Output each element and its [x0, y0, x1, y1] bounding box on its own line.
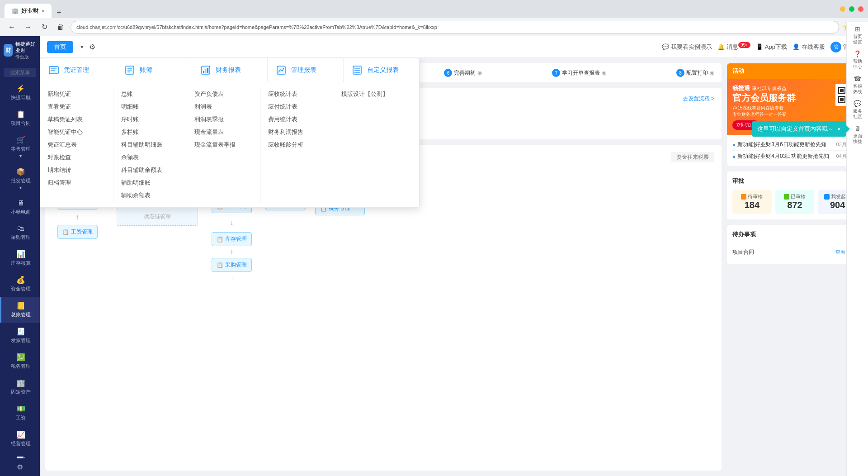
aux-balance-link[interactable]: 辅助余额表: [121, 189, 180, 202]
category-custom-report[interactable]: 自定义报表: [344, 58, 419, 82]
tip-close-btn[interactable]: ×: [837, 125, 841, 133]
delete-button[interactable]: 🗑: [54, 21, 67, 33]
app-download-btn[interactable]: 📱 App下载: [756, 43, 787, 51]
balance-sheet-link[interactable]: 资产负债表: [194, 88, 253, 100]
operations-icon: 📈: [16, 430, 25, 439]
right-sidebar-community[interactable]: 💬 服务社区: [853, 100, 862, 119]
logo-text: 畅捷通好业财: [15, 41, 36, 54]
demo-link[interactable]: 💬 我要看实例演示: [662, 43, 712, 51]
detail-ledger-link[interactable]: 明细账: [121, 100, 180, 113]
approval-done[interactable]: 已审核 872: [775, 190, 815, 214]
sidebar-item-label: 小畅电商: [11, 209, 31, 215]
sidebar-item-payroll[interactable]: 💵 工资: [0, 400, 40, 426]
sidebar-item-retail[interactable]: 🛒 零售管理 ▼: [0, 131, 40, 163]
income-statement-link[interactable]: 利润表: [194, 100, 253, 113]
inventory-purchase-column: 📋 库存管理 ↑ 📋 采购管理 →: [202, 232, 262, 282]
category-voucher[interactable]: 凭证管理: [40, 58, 116, 82]
view-voucher-link[interactable]: 查看凭证: [47, 100, 106, 113]
sequence-ledger-link[interactable]: 序时账: [121, 113, 180, 126]
new-voucher-link[interactable]: 新增凭证: [47, 88, 106, 100]
refresh-button[interactable]: ↻: [38, 21, 51, 33]
back-button[interactable]: ←: [5, 21, 18, 33]
sidebar-item-inventory[interactable]: 📊 库存核算: [0, 245, 40, 271]
right-sidebar-desktop[interactable]: 🖥 桌面快捷: [853, 125, 862, 144]
active-tab[interactable]: 🏢 好业财 ×: [5, 4, 52, 18]
sidebar-item-operations[interactable]: 📈 经营管理: [0, 426, 40, 452]
new-tab-button[interactable]: +: [53, 7, 64, 18]
settings-button[interactable]: ⚙: [89, 43, 95, 51]
general-ledger-link[interactable]: 总账: [121, 88, 180, 100]
archive-link[interactable]: 归档管理: [47, 176, 106, 189]
income-quarterly-link[interactable]: 利润表季报: [194, 113, 253, 126]
multi-col-ledger-link[interactable]: 多栏账: [121, 126, 180, 138]
sidebar-item-tax[interactable]: 💹 税务管理: [0, 348, 40, 374]
window-close[interactable]: [858, 6, 863, 12]
tab-close-btn[interactable]: ×: [42, 8, 44, 14]
purchase-box[interactable]: 📋 采购管理: [212, 258, 252, 272]
service-hotline-label: 客服热线: [853, 84, 862, 95]
voucher-summary-link[interactable]: 凭证汇总表: [47, 138, 106, 151]
aux-detail-link[interactable]: 辅助明细账: [121, 176, 180, 189]
right-sidebar-service[interactable]: ☎ 客服热线: [853, 75, 862, 95]
sidebar-item-fixed-assets[interactable]: 🏢 固定资产: [0, 374, 40, 400]
message-btn[interactable]: 🔔 消息 99+: [717, 43, 750, 51]
home-tab[interactable]: 首页: [47, 41, 73, 53]
approval-pending[interactable]: 待审核 184: [732, 190, 772, 214]
down-arrow-2: ↑: [75, 213, 79, 221]
sidebar-item-invoice[interactable]: 🧾 发票管理: [0, 323, 40, 348]
sidebar-item-wholesale[interactable]: 📦 批发管理 ▼: [0, 163, 40, 195]
category-financial-report[interactable]: 财务报表: [192, 58, 268, 82]
sidebar-item-expense[interactable]: 📝 小畅报销: [0, 452, 40, 458]
cashflow-quarterly-link[interactable]: 现金流量表季报: [194, 138, 253, 151]
forward-button[interactable]: →: [22, 21, 34, 33]
period-closing-link[interactable]: 期末结转: [47, 164, 106, 176]
ar-aging-link[interactable]: 应收账龄分析: [268, 138, 327, 151]
subject-aux-balance-link[interactable]: 科目辅助余额表: [121, 164, 180, 176]
window-maximize[interactable]: [849, 6, 854, 12]
draft-voucher-link[interactable]: 草稿凭证列表: [47, 113, 106, 126]
setup-flow-link[interactable]: 去设置流程 >: [681, 93, 716, 105]
sidebar-item-project-contract[interactable]: 📋 项目合同: [0, 105, 40, 131]
message-icon: 🔔: [717, 43, 725, 50]
right-sidebar-help[interactable]: ❓ 帮助中心: [853, 50, 862, 70]
balance-table-link[interactable]: 余额表: [121, 151, 180, 164]
sidebar-item-capital[interactable]: 💰 资金管理: [0, 271, 40, 297]
sidebar-settings-btn[interactable]: ⚙: [15, 458, 25, 476]
profit-report-link[interactable]: 财务利润报告: [268, 126, 327, 138]
service-btn[interactable]: 👤 在线客服: [793, 43, 825, 51]
sidebar-item-label: 总账管理: [11, 311, 31, 318]
payroll-box[interactable]: 📋 工资管理: [57, 225, 98, 239]
step-7-num: 7: [552, 69, 560, 77]
smart-voucher-link[interactable]: 智能凭证中心: [47, 126, 106, 138]
category-mgmt-report[interactable]: 管理报表: [268, 58, 344, 82]
ar-stat-link[interactable]: 应收统计表: [268, 88, 327, 100]
news-item-2[interactable]: ● 新功能|好业财4月03日功能更新抢先知 04月03日: [732, 151, 857, 162]
sidebar-item-ecommerce[interactable]: 🖥 小畅电商: [0, 195, 40, 220]
inventory-box[interactable]: 📋 库存管理: [212, 232, 252, 246]
sidebar-item-quick-nav[interactable]: ⚡ 快捷导航: [0, 80, 40, 105]
todo-view-btn[interactable]: 查看: [835, 249, 845, 256]
approval-title: 审批: [732, 177, 857, 185]
sidebar-item-purchase[interactable]: 🛍 采购管理: [0, 220, 40, 245]
cashflow-link[interactable]: 现金流量表: [194, 126, 253, 138]
subject-aux-detail-link[interactable]: 科目辅助明细账: [121, 138, 180, 151]
right-sidebar-home-settings[interactable]: ⊞ 首页设置: [853, 36, 862, 45]
reconcile-link[interactable]: 对账检查: [47, 151, 106, 164]
sidebar-search-input[interactable]: [4, 68, 36, 77]
sidebar-item-general-ledger[interactable]: 📒 总账管理: [0, 297, 40, 323]
custom-report-col: 模版设计【公测】: [334, 88, 419, 202]
ap-stat-link[interactable]: 应付统计表: [268, 100, 327, 113]
template-design-link[interactable]: 模版设计【公测】: [341, 88, 412, 100]
step-8-num: 8: [676, 69, 684, 77]
supply-chain-box[interactable]: 供应链管理: [117, 208, 198, 226]
step-6-radio: ◉: [477, 70, 482, 76]
account-dropdown[interactable]: ▾: [79, 43, 84, 50]
news-item-1[interactable]: ● 新功能|好业财3月6日功能更新抢先知 03月06日: [732, 139, 857, 151]
category-ledger[interactable]: 账簿: [116, 58, 192, 82]
expense-stat-link[interactable]: 费用统计表: [268, 113, 327, 126]
customize-tip: 这里可以自定义首页内容哦～ ×: [752, 121, 846, 137]
window-minimize[interactable]: [840, 6, 845, 12]
financial-report-icon: [199, 64, 212, 76]
done-label: 已审核: [779, 193, 811, 200]
address-bar[interactable]: cloud.chanjet.com/cc/u6d89qwnryel/57bfsk…: [71, 21, 839, 33]
